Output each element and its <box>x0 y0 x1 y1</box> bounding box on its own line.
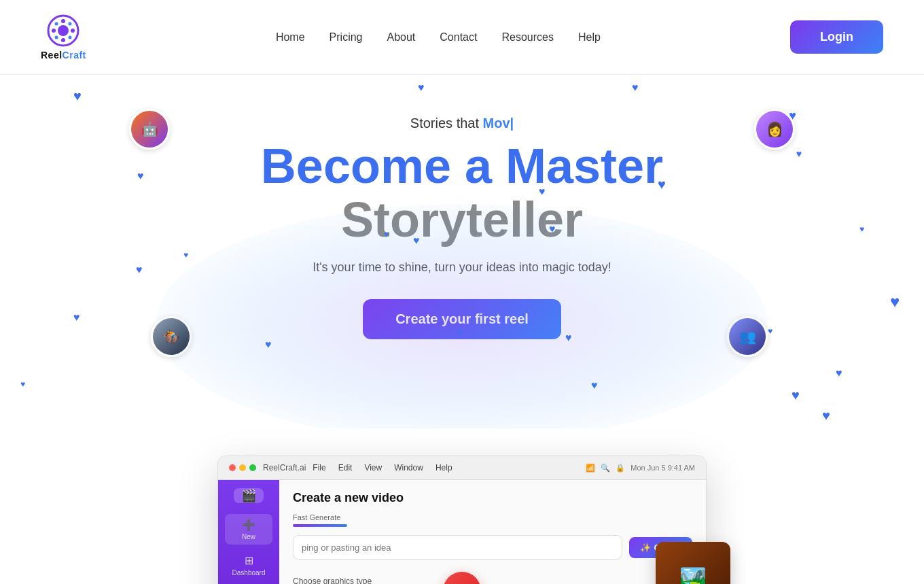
maximize-traffic-light[interactable] <box>249 464 256 471</box>
mockup-content: Create a new video Fast Generate ✨ Creat… <box>279 480 706 584</box>
mockup-titlebar: ReelCraft.ai File Edit View Window Help … <box>218 456 706 480</box>
titlebar-left: ReelCraft.ai File Edit View Window Help <box>229 463 452 473</box>
hero-description: It's your time to shine, turn your ideas… <box>14 260 910 275</box>
menu-window[interactable]: Window <box>394 463 423 473</box>
svg-point-5 <box>71 29 75 33</box>
side-thumbnail: 🏞️ <box>656 542 730 584</box>
heart-icon: ♥ <box>836 367 842 379</box>
heart-icon: ♥ <box>890 292 900 311</box>
heart-icon: ♥ <box>265 339 272 351</box>
nav-help[interactable]: Help <box>578 31 601 44</box>
menu-edit[interactable]: Edit <box>338 463 353 473</box>
login-button[interactable]: Login <box>790 20 883 54</box>
fast-gen-bar <box>293 524 347 527</box>
heart-icon: ♥ <box>20 379 25 389</box>
sidebar-item-dashboard[interactable]: ⊞ Dashboard <box>225 550 272 581</box>
nav-home[interactable]: Home <box>276 31 305 44</box>
fast-gen-label: Fast Generate <box>293 513 692 521</box>
sparkle-icon: ✨ <box>640 543 651 553</box>
hero-heading: Become a Master Storyteller <box>14 139 910 247</box>
heart-icon: ♥ <box>768 326 772 336</box>
mockup-section: ReelCraft.ai File Edit View Window Help … <box>0 456 924 584</box>
dashboard-icon: ⊞ <box>245 554 253 567</box>
char-count: 0/4000 <box>293 562 692 570</box>
heart-icon: ♥ <box>822 408 830 424</box>
idea-input[interactable] <box>293 535 622 560</box>
nav-links: Home Pricing About Contact Resources Hel… <box>276 31 601 44</box>
heart-icon: ♥ <box>73 88 82 104</box>
avatar-group: 👥 <box>727 316 768 357</box>
svg-point-3 <box>61 38 65 42</box>
avatar-robot: 🤖 <box>129 109 170 150</box>
svg-point-8 <box>55 35 58 39</box>
titlebar-time: Mon Jun 5 9:41 AM <box>630 464 695 472</box>
svg-point-1 <box>58 25 69 36</box>
navbar: ReelCraft Home Pricing About Contact Res… <box>0 0 924 75</box>
avatar-woman: 👩 <box>754 109 795 150</box>
titlebar-menu: File Edit View Window Help <box>313 463 452 473</box>
logo[interactable]: ReelCraft <box>41 14 86 61</box>
sidebar-label-new: New <box>242 533 255 540</box>
mockup-content-title: Create a new video <box>293 491 692 505</box>
hero-section: ♥ ♥ ♥ ♥ ♥ ♥ ♥ ♥ ♥ ♥ ♥ ♥ ♥ ♥ ♥ ♥ ♥ ♥ ♥ ♥ … <box>0 75 924 428</box>
mockup-sidebar: 🎬 ➕ New ⊞ Dashboard ◉ Pricing <box>218 480 279 584</box>
menu-view[interactable]: View <box>364 463 382 473</box>
heart-icon: ♥ <box>183 250 188 260</box>
minimize-traffic-light[interactable] <box>239 464 246 471</box>
mockup-body: 🎬 ➕ New ⊞ Dashboard ◉ Pricing Create a n… <box>218 480 706 584</box>
sidebar-logo: 🎬 <box>234 488 264 503</box>
heart-icon: ♥ <box>418 82 425 94</box>
nav-pricing[interactable]: Pricing <box>330 31 363 44</box>
logo-text: ReelCraft <box>41 50 86 61</box>
new-icon: ➕ <box>242 518 255 531</box>
heart-icon: ♥ <box>591 379 598 392</box>
heart-icon: ♥ <box>792 388 800 403</box>
nav-about[interactable]: About <box>387 31 416 44</box>
cta-button[interactable]: Create your first reel <box>363 299 561 339</box>
heart-icon: ♥ <box>565 332 572 344</box>
sidebar-item-new[interactable]: ➕ New <box>225 514 272 545</box>
svg-point-6 <box>55 22 58 25</box>
svg-point-2 <box>61 19 65 23</box>
thumbnail-placeholder: 🏞️ <box>656 542 730 584</box>
titlebar-app-name: ReelCraft.ai <box>263 463 306 473</box>
graphics-label: Choose graphics type <box>293 577 692 584</box>
nav-resources[interactable]: Resources <box>501 31 553 44</box>
menu-file[interactable]: File <box>313 463 325 473</box>
mockup-window: ReelCraft.ai File Edit View Window Help … <box>217 456 707 584</box>
close-traffic-light[interactable] <box>229 464 236 471</box>
avatar-horseman: 🏇 <box>151 316 192 357</box>
svg-point-9 <box>69 35 72 39</box>
svg-point-7 <box>69 22 72 25</box>
svg-point-4 <box>52 29 56 33</box>
traffic-lights <box>229 464 256 471</box>
menu-help[interactable]: Help <box>436 463 452 473</box>
heart-icon: ♥ <box>73 311 80 324</box>
titlebar-right: 📶 🔍 🔒 Mon Jun 5 9:41 AM <box>586 464 695 473</box>
sidebar-label-dashboard: Dashboard <box>232 569 266 577</box>
heart-icon: ♥ <box>632 82 639 94</box>
nav-contact[interactable]: Contact <box>440 31 477 44</box>
idea-input-row: ✨ Create <box>293 535 692 560</box>
